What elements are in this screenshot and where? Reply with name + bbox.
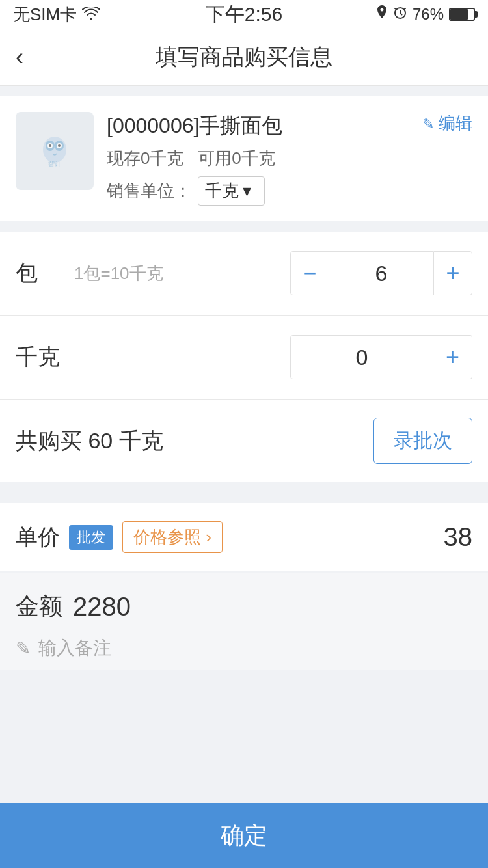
bao-input-row: 包 1包=10千克 − + (0, 232, 488, 316)
product-unit-row: 销售单位： 千克 ▾ (107, 176, 472, 206)
summary-row: 共购买 60 千克 录批次 (0, 400, 488, 482)
unit-select[interactable]: 千克 ▾ (198, 176, 265, 206)
amount-label: 金额 (16, 591, 62, 623)
bao-plus-button[interactable]: + (433, 251, 472, 295)
battery-icon (449, 8, 475, 21)
status-bar: 无SIM卡 下午2:56 76% (0, 0, 488, 29)
price-value: 38 (444, 522, 473, 552)
status-left: 无SIM卡 (13, 3, 100, 26)
batch-tag: 批发 (69, 525, 113, 550)
summary-text: 共购买 60 千克 (16, 426, 163, 456)
product-thumbnail: 智计 (16, 112, 94, 190)
status-right: 76% (376, 5, 475, 23)
edit-icon: ✎ (422, 116, 434, 132)
amount-section: 金额 2280 ✎ 输入备注 (0, 573, 488, 670)
bao-label: 包 (16, 258, 68, 288)
price-ref-button[interactable]: 价格参照 › (122, 521, 223, 553)
battery-percent: 76% (413, 5, 444, 23)
bao-quantity-control: − + (290, 251, 472, 295)
product-card: 智计 [0000006]手撕面包 ✎ 编辑 现存0千克 可用0千克 销售单位： … (0, 96, 488, 221)
remark-row[interactable]: ✎ 输入备注 (16, 636, 472, 660)
svg-text:智计: 智计 (48, 160, 61, 167)
bao-hint: 1包=10千克 (74, 262, 290, 285)
kg-input-row: 千克 + (0, 316, 488, 400)
price-label-row: 单价 批发 价格参照 › (16, 521, 223, 553)
product-logo: 智计 (35, 129, 74, 174)
product-info: [0000006]手撕面包 ✎ 编辑 现存0千克 可用0千克 销售单位： 千克 … (107, 112, 472, 206)
input-section: 包 1包=10千克 − + 千克 + (0, 232, 488, 400)
product-name: [0000006]手撕面包 (107, 112, 282, 141)
kg-quantity-input[interactable] (290, 335, 433, 379)
wifi-icon (82, 5, 100, 25)
alarm-icon (393, 5, 407, 23)
svg-point-6 (49, 144, 51, 147)
product-stock: 现存0千克 可用0千克 (107, 147, 472, 170)
dropdown-arrow-icon: ▾ (243, 181, 251, 201)
svg-point-7 (58, 144, 61, 147)
section-divider-1 (0, 221, 488, 232)
price-section: 单价 批发 价格参照 › 38 (0, 503, 488, 571)
bao-quantity-input[interactable] (329, 251, 433, 295)
bao-minus-button[interactable]: − (290, 251, 329, 295)
carrier-label: 无SIM卡 (13, 3, 77, 26)
price-label: 单价 (16, 522, 60, 552)
back-button[interactable]: ‹ (16, 44, 23, 71)
kg-label: 千克 (16, 342, 68, 372)
batch-button[interactable]: 录批次 (373, 418, 472, 464)
amount-value: 2280 (73, 592, 131, 621)
svg-point-1 (43, 137, 66, 163)
amount-row: 金额 2280 (16, 591, 472, 623)
section-divider-2 (0, 482, 488, 493)
kg-quantity-control: + (290, 335, 472, 379)
remark-placeholder: 输入备注 (38, 636, 111, 660)
edit-button[interactable]: ✎ 编辑 (422, 112, 472, 135)
location-icon (376, 5, 388, 23)
spacer (0, 670, 488, 803)
confirm-button[interactable]: 确定 (0, 803, 488, 868)
nav-bar: ‹ 填写商品购买信息 (0, 29, 488, 86)
pencil-icon: ✎ (16, 638, 31, 659)
nav-title: 填写商品购买信息 (156, 42, 332, 72)
kg-plus-button[interactable]: + (433, 335, 472, 379)
time-label: 下午2:56 (206, 1, 282, 28)
